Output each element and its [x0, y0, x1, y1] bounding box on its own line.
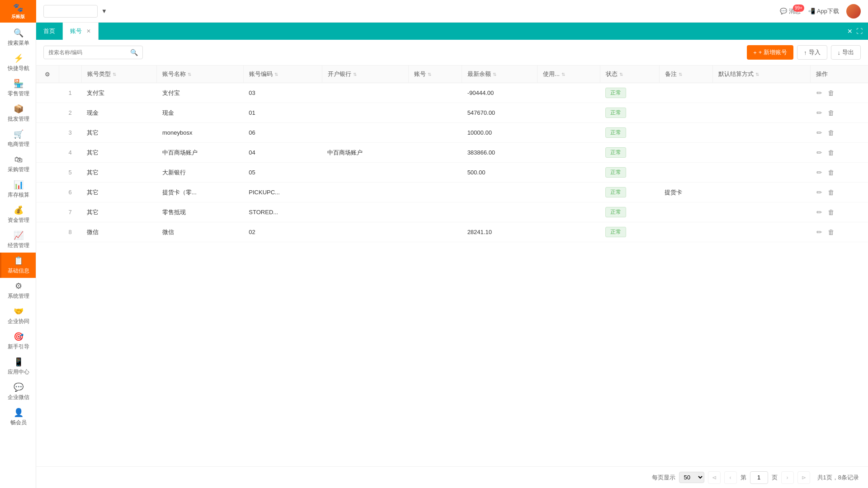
prev-page-button[interactable]: ‹	[724, 471, 737, 484]
table-row: 1 支付宝 支付宝 03 -90444.00 正常 ✏ 🗑	[36, 83, 868, 103]
th-account[interactable]: 账号 ⇅	[408, 66, 462, 83]
th-balance[interactable]: 最新余额 ⇅	[462, 66, 538, 83]
row-code: 04	[243, 143, 322, 163]
sidebar-item-ecommerce[interactable]: 🛒 电商管理	[0, 126, 36, 151]
sidebar-item-search-menu[interactable]: 🔍 搜索菜单	[0, 25, 36, 50]
edit-button[interactable]: ✏	[816, 128, 823, 138]
sidebar-item-member[interactable]: 👤 畅会员	[0, 404, 36, 430]
sidebar-item-basic-info[interactable]: 📋 基础信息	[0, 253, 36, 278]
edit-button[interactable]: ✏	[816, 88, 823, 98]
th-account-label: 账号	[414, 70, 426, 78]
sidebar-item-label: 新手引导	[8, 343, 29, 351]
maximize-icon[interactable]: ⛶	[856, 28, 863, 35]
row-account	[408, 202, 462, 222]
sidebar-item-enterprise[interactable]: 🤝 企业协同	[0, 303, 36, 328]
delete-button[interactable]: 🗑	[827, 168, 835, 178]
row-account	[408, 143, 462, 163]
tab-window-controls: ✕ ⛶	[847, 28, 868, 35]
row-default-payment	[713, 202, 811, 222]
add-account-button[interactable]: + + 新增账号	[747, 45, 793, 60]
row-balance: 10000.00	[462, 123, 538, 143]
app-label: App下载	[817, 7, 839, 15]
app-icon: 📲	[808, 8, 815, 14]
delete-button[interactable]: 🗑	[827, 207, 835, 217]
delete-button[interactable]: 🗑	[827, 88, 835, 98]
table-row: 4 其它 中百商场账户 04 中百商场账户 383866.00 正常 ✏ 🗑	[36, 143, 868, 163]
msg-button[interactable]: 💬 消息 99+	[780, 7, 801, 15]
search-input[interactable]	[44, 47, 126, 58]
delete-button[interactable]: 🗑	[827, 148, 835, 158]
sidebar-item-label: 企业协同	[8, 318, 29, 325]
topbar-search-input[interactable]	[43, 5, 98, 18]
tab-account[interactable]: 账号 ✕	[63, 23, 99, 40]
table-row: 8 微信 微信 02 28241.10 正常 ✏ 🗑	[36, 222, 868, 242]
sidebar-item-app-center[interactable]: 📱 应用中心	[0, 354, 36, 379]
sidebar-item-purchase[interactable]: 🛍 采购管理	[0, 151, 36, 177]
sidebar-item-finance[interactable]: 💰 资金管理	[0, 202, 36, 227]
delete-button[interactable]: 🗑	[827, 108, 835, 118]
avatar[interactable]	[846, 4, 861, 19]
search-button[interactable]: 🔍	[126, 46, 142, 59]
th-remark[interactable]: 备注 ⇅	[659, 66, 712, 83]
minimize-icon[interactable]: ✕	[847, 28, 853, 35]
import-button[interactable]: ↑ 导入	[797, 45, 827, 60]
page-input[interactable]	[750, 471, 768, 484]
row-status: 正常	[600, 183, 659, 202]
tab-close-icon[interactable]: ✕	[86, 28, 91, 34]
th-default-payment[interactable]: 默认结算方式 ⇅	[713, 66, 811, 83]
sidebar-item-quick-nav[interactable]: ⚡ 快捷导航	[0, 50, 36, 75]
page-unit: 页	[772, 474, 778, 482]
sidebar-item-inventory[interactable]: 📊 库存核算	[0, 177, 36, 202]
th-type[interactable]: 账号类型 ⇅	[81, 66, 157, 83]
topbar-left: ▼	[43, 5, 107, 18]
row-num: 8	[59, 222, 81, 242]
th-usage[interactable]: 使用... ⇅	[538, 66, 600, 83]
edit-button[interactable]: ✏	[816, 188, 823, 197]
column-settings-icon[interactable]: ⚙	[45, 71, 50, 78]
row-balance: 383866.00	[462, 143, 538, 163]
sidebar-item-retail[interactable]: 🏪 零售管理	[0, 75, 36, 101]
row-remark	[659, 163, 712, 183]
app-download-button[interactable]: 📲 App下载	[808, 7, 839, 15]
table-row: 3 其它 moneybosx 06 10000.00 正常 ✏ 🗑	[36, 123, 868, 143]
row-status: 正常	[600, 202, 659, 222]
search-box: 🔍	[43, 46, 143, 59]
wholesale-icon: 📦	[14, 104, 24, 114]
delete-button[interactable]: 🗑	[827, 128, 835, 138]
delete-button[interactable]: 🗑	[827, 188, 835, 197]
row-num: 6	[59, 183, 81, 202]
msg-badge: 99+	[793, 5, 804, 12]
th-bank[interactable]: 开户银行 ⇅	[322, 66, 408, 83]
edit-button[interactable]: ✏	[816, 168, 823, 178]
row-remark	[659, 123, 712, 143]
next-page-button[interactable]: ›	[781, 471, 794, 484]
sidebar-item-operations[interactable]: 📈 经营管理	[0, 227, 36, 253]
tab-home[interactable]: 首页	[36, 23, 63, 40]
enterprise-wechat-icon: 💬	[14, 382, 24, 392]
row-name: 提货卡（零...	[157, 183, 243, 202]
row-remark	[659, 222, 712, 242]
sidebar-item-system[interactable]: ⚙ 系统管理	[0, 278, 36, 303]
export-button[interactable]: ↓ 导出	[831, 45, 861, 60]
edit-button[interactable]: ✏	[816, 108, 823, 118]
last-page-button[interactable]: ⊳	[797, 471, 810, 484]
th-name[interactable]: 账号名称 ⇅	[157, 66, 243, 83]
chevron-down-icon: ▼	[101, 8, 107, 14]
sidebar-item-wholesale[interactable]: 📦 批发管理	[0, 101, 36, 126]
first-page-button[interactable]: ⊲	[708, 471, 721, 484]
per-page-select[interactable]: 50 100 200	[679, 472, 704, 483]
th-code[interactable]: 账号编码 ⇅	[243, 66, 322, 83]
row-code: PICKUPC...	[243, 183, 322, 202]
tab-account-label: 账号	[70, 27, 82, 35]
delete-button[interactable]: 🗑	[827, 227, 835, 237]
row-name: 现金	[157, 103, 243, 123]
th-status[interactable]: 状态 ⇅	[600, 66, 659, 83]
sidebar-item-enterprise-wechat[interactable]: 💬 企业微信	[0, 379, 36, 404]
th-code-label: 账号编码	[249, 70, 273, 78]
edit-button[interactable]: ✏	[816, 207, 823, 217]
edit-button[interactable]: ✏	[816, 148, 823, 158]
topbar-dropdown[interactable]: ▼	[101, 8, 107, 14]
sidebar-item-guide[interactable]: 🎯 新手引导	[0, 328, 36, 354]
edit-button[interactable]: ✏	[816, 227, 823, 237]
row-name: 中百商场账户	[157, 143, 243, 163]
